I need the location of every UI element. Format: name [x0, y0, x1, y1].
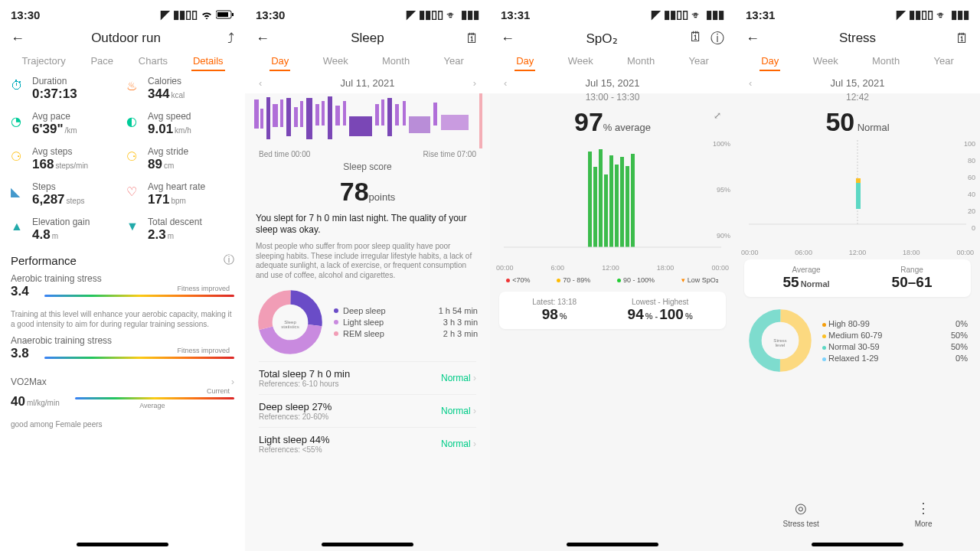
prev-icon[interactable]: ‹ [749, 77, 752, 89]
tab-week[interactable]: Week [812, 54, 840, 71]
svg-rect-20 [381, 99, 384, 126]
tabs: DayWeekMonthYear [490, 49, 735, 73]
spo2-summary-card: Latest: 13:1898% Lowest - Highest94% - 1… [499, 292, 726, 329]
tab-pace[interactable]: Pace [89, 54, 115, 71]
sleep-breakdown-list: Total sleep 7 h 0 minReferences: 6-10 ho… [245, 361, 490, 460]
svg-rect-14 [322, 101, 325, 126]
back-icon[interactable]: ← [501, 31, 514, 47]
header: ← SpO₂ 🗓ⓘ [490, 26, 735, 49]
svg-rect-16 [335, 106, 340, 126]
svg-rect-23 [403, 101, 406, 126]
svg-rect-25 [433, 103, 437, 126]
next-icon[interactable]: › [473, 77, 476, 89]
stress-summary-card: Average55 Normal Range50–61 [744, 259, 971, 297]
location-icon: ◤ [161, 8, 170, 21]
svg-rect-2 [232, 13, 234, 16]
metric-duration: ⏱Duration0:37:13 [11, 76, 119, 102]
home-indicator[interactable] [77, 543, 168, 546]
tab-charts[interactable]: Charts [137, 54, 169, 71]
svg-rect-35 [604, 174, 608, 247]
header: ← Stress 🗓 [735, 26, 980, 49]
tab-month[interactable]: Month [871, 54, 901, 71]
tabs: TrajectoryPaceChartsDetails [0, 49, 245, 73]
metric-steps: ◣Steps6,287steps [11, 181, 119, 207]
gauge-icon: ◎ [795, 500, 807, 517]
tab-year[interactable]: Year [688, 54, 710, 71]
home-indicator[interactable] [322, 543, 413, 546]
info-icon[interactable]: ⓘ [710, 29, 724, 47]
tab-day[interactable]: Day [270, 54, 290, 71]
info-icon[interactable]: ⓘ [224, 253, 234, 267]
prev-icon[interactable]: ‹ [259, 77, 262, 89]
svg-rect-4 [254, 99, 259, 129]
tab-month[interactable]: Month [381, 54, 411, 71]
tab-year[interactable]: Year [933, 54, 956, 71]
stress-chart[interactable]: 100 80 60 40 20 0 [735, 140, 980, 247]
header: ← Sleep 🗓 [245, 26, 490, 49]
calendar-icon[interactable]: 🗓 [466, 31, 479, 47]
metric-icon: ⏱ [11, 76, 26, 102]
home-indicator[interactable] [812, 543, 903, 546]
more-button[interactable]: ⋮More [915, 500, 933, 528]
signal-icon: ▮▮▯▯ [909, 8, 933, 21]
back-icon[interactable]: ← [256, 31, 270, 47]
status-icons: ◤ ▮▮▯▯ [161, 8, 234, 21]
wifi-icon: ᯤ [936, 8, 948, 21]
calendar-icon[interactable]: 🗓 [689, 29, 703, 47]
status-bar: 13:31 ◤▮▮▯▯ᯤ▮▮▮ [735, 0, 980, 26]
metric-icon: ◣ [11, 181, 26, 207]
stress-test-button[interactable]: ◎Stress test [782, 500, 818, 528]
aerobic-bar [44, 295, 234, 297]
metric-avg-steps: ⚆Avg steps168steps/min [11, 146, 119, 172]
location-icon: ◤ [652, 8, 661, 21]
svg-rect-24 [409, 116, 430, 133]
tab-year[interactable]: Year [443, 54, 466, 71]
status-time: 13:30 [11, 8, 40, 21]
svg-rect-11 [300, 101, 303, 127]
x-axis-labels: 00:006:0012:0018:0000:00 [490, 262, 735, 272]
wifi-icon [201, 10, 213, 19]
metric-avg-pace: ◔Avg pace6'39"/km [11, 111, 119, 137]
tab-week[interactable]: Week [567, 54, 595, 71]
tab-week[interactable]: Week [322, 54, 350, 71]
bottom-nav: ◎Stress test ⋮More [735, 492, 980, 536]
signal-icon: ▮▮▯▯ [664, 8, 688, 21]
tab-day[interactable]: Day [514, 54, 535, 71]
sleep-donut: Sleep statistics Deep sleep1 h 54 minLig… [245, 283, 490, 361]
tab-details[interactable]: Details [191, 54, 225, 71]
signal-icon: ▮▮▯▯ [419, 8, 443, 21]
calendar-icon[interactable]: 🗓 [956, 31, 969, 47]
sleep-breakdown-item[interactable]: Deep sleep 27%References: 20-60%Normal › [259, 394, 476, 427]
metric-icon: ♨ [126, 76, 142, 102]
signal-icon: ▮▮▯▯ [173, 8, 198, 21]
svg-rect-40 [631, 154, 635, 247]
sleep-timeline-chart[interactable] [245, 93, 490, 148]
vo2-desc: good among Female peers [0, 417, 245, 433]
back-icon[interactable]: ← [746, 31, 760, 47]
svg-rect-39 [626, 166, 629, 247]
home-indicator[interactable] [567, 543, 658, 546]
sleep-legend: Deep sleep1 h 54 minLight sleep3 h 3 min… [334, 304, 478, 341]
metric-avg-stride: ⚆Avg stride89cm [126, 146, 234, 172]
spo2-legend: <70%70 - 89%90 - 100%▾Low SpO₂ [490, 272, 735, 289]
sleep-breakdown-item[interactable]: Total sleep 7 h 0 minReferences: 6-10 ho… [259, 361, 476, 394]
battery-icon: ▮▮▮ [461, 8, 479, 21]
share-icon[interactable]: ⤴ [227, 31, 234, 47]
metric-calories: ♨Calories344kcal [126, 76, 234, 102]
tab-day[interactable]: Day [760, 54, 780, 71]
stress-donut: Stress level High 80-990%Medium 60-7950%… [735, 300, 980, 381]
tab-month[interactable]: Month [626, 54, 656, 71]
back-icon[interactable]: ← [11, 31, 24, 47]
aerobic-desc: Training at this level will enhance your… [0, 307, 245, 332]
svg-rect-44 [856, 178, 861, 183]
sleep-breakdown-item[interactable]: Light sleep 44%References: <55%Normal › [259, 427, 476, 460]
svg-text:statistics: statistics [281, 324, 299, 329]
expand-icon[interactable]: ⤢ [714, 110, 721, 121]
battery-icon: ▮▮▮ [951, 8, 969, 21]
prev-icon[interactable]: ‹ [504, 77, 507, 89]
spo2-chart[interactable]: 100% 95% 90% [490, 140, 735, 262]
svg-rect-36 [609, 155, 613, 247]
battery-icon [216, 10, 234, 19]
vo2max-block[interactable]: VO2Max› 40ml/kg/min Current Average [0, 373, 245, 417]
tab-trajectory[interactable]: Trajectory [20, 54, 67, 71]
